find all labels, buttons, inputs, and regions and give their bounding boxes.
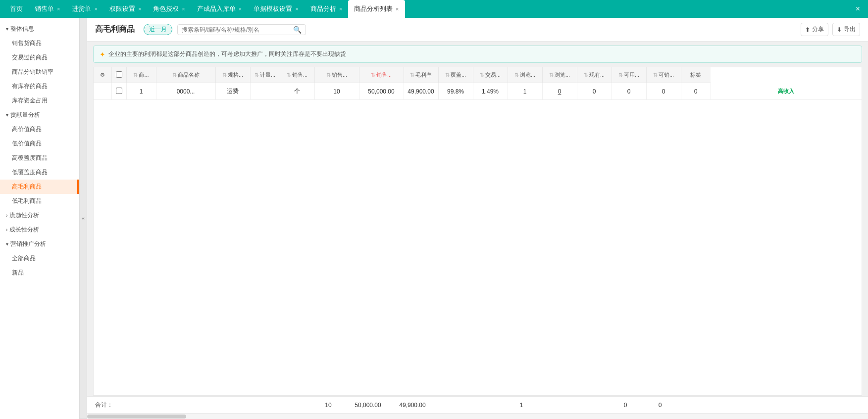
row-unit: 个 — [280, 83, 314, 100]
content-area: 高毛利商品 近一月 🔍 ⬆ 分享 ⬇ 导出 ✦ 企业的主要的利润都是这部分商品创… — [87, 18, 868, 419]
sidebar-item-traded-goods[interactable]: 交易过的商品 — [0, 50, 79, 65]
sidebar-group-growth[interactable]: › 成长性分析 — [0, 223, 79, 237]
export-icon: ⬇ — [837, 26, 842, 33]
sidebar-item-low-coverage[interactable]: 低覆盖度商品 — [0, 165, 79, 180]
nav-sales[interactable]: 销售单 × — [29, 0, 66, 18]
row-sales-amt: 50,000.00 — [359, 83, 404, 100]
close-product-inbound-tab[interactable]: × — [239, 6, 242, 12]
search-icon[interactable]: 🔍 — [293, 26, 302, 34]
row-sku: 0000... — [156, 83, 215, 100]
saleable-column-header[interactable]: ⇅可销... — [646, 67, 681, 83]
sidebar-group-marketing[interactable]: ▾ 营销推广分析 — [0, 237, 79, 251]
scrollbar-thumb[interactable] — [87, 415, 186, 419]
close-template-tab[interactable]: × — [295, 6, 298, 12]
content-header: 高毛利商品 近一月 🔍 ⬆ 分享 ⬇ 导出 — [87, 18, 868, 42]
horizontal-scrollbar[interactable] — [87, 413, 868, 419]
row-browse1[interactable]: 0 — [542, 83, 577, 100]
sidebar-item-distribution-rate[interactable]: 商品分销助销率 — [0, 65, 79, 79]
row-current-stock: 0 — [612, 83, 646, 100]
collapse-trend-icon: › — [6, 213, 7, 218]
nav-product-analysis-list[interactable]: 商品分析列表 × — [348, 0, 405, 18]
close-analysis-tab[interactable]: × — [339, 6, 342, 12]
footer-cells: 10 50,000.00 49,900.00 1 0 0 — [125, 402, 860, 409]
sidebar-item-low-margin[interactable]: 低毛利商品 — [0, 194, 79, 208]
sales-profit-column-header[interactable]: ⇅销售... — [359, 67, 404, 83]
nav-template-settings[interactable]: 单据模板设置 × — [248, 0, 304, 18]
browse2-column-header[interactable]: ⇅浏览... — [542, 67, 577, 83]
sidebar-group-overall[interactable]: ▾ 整体信息 — [0, 22, 79, 36]
footer-spacer3 — [157, 402, 187, 409]
checkbox-column-header[interactable] — [111, 67, 126, 83]
close-sales-tab[interactable]: × — [57, 6, 60, 12]
coverage-column-header[interactable]: ⇅覆盖... — [438, 67, 473, 83]
footer-spacer10 — [573, 402, 608, 409]
footer-sales-amt: 50,000.00 — [346, 402, 390, 409]
spec-column-header[interactable]: ⇅规格... — [215, 67, 250, 83]
close-roles-tab[interactable]: × — [182, 6, 185, 12]
sales-qty-column-header[interactable]: ⇅销售... — [280, 67, 314, 83]
close-purchase-tab[interactable]: × — [94, 6, 97, 12]
browse1-column-header[interactable]: ⇅浏览... — [508, 67, 542, 83]
sidebar-item-low-value[interactable]: 低价值商品 — [0, 137, 79, 151]
close-all-tabs[interactable]: × — [852, 4, 864, 13]
sidebar-item-high-value[interactable]: 高价值商品 — [0, 122, 79, 137]
share-button[interactable]: ⬆ 分享 — [801, 23, 828, 36]
sidebar-item-in-stock-goods[interactable]: 有库存的商品 — [0, 79, 79, 93]
margin-rate-column-header[interactable]: ⇅毛利率 — [404, 67, 438, 83]
nav-purchase[interactable]: 进货单 × — [66, 0, 103, 18]
search-input[interactable] — [182, 26, 293, 33]
footer-sales-profit: 49,900.00 — [390, 402, 435, 409]
collapse-contribution-icon: ▾ — [6, 112, 8, 118]
select-all-checkbox[interactable] — [116, 71, 122, 78]
row-tag: 高收入 — [711, 83, 862, 100]
sidebar-item-high-margin[interactable]: 高毛利商品 — [0, 180, 79, 194]
current-stock-column-header[interactable]: ⇅现有... — [577, 67, 612, 83]
footer-spacer8 — [469, 402, 504, 409]
row-checkbox[interactable] — [111, 83, 126, 100]
row-saleable: 0 — [681, 83, 711, 100]
row-name: 运费 — [215, 83, 250, 100]
sidebar-group-trend[interactable]: › 流趋性分析 — [0, 208, 79, 223]
period-button[interactable]: 近一月 — [144, 24, 172, 35]
footer-spacer6 — [281, 402, 311, 409]
row-select-checkbox[interactable] — [116, 88, 122, 94]
available-stock-column-header[interactable]: ⇅可用... — [612, 67, 646, 83]
sales-amt-column-header[interactable]: ⇅销售... — [314, 67, 359, 83]
data-table: ⚙ ⇅商... ⇅商品名称 ⇅规格... ⇅计量... ⇅销售... ⇅销售..… — [94, 67, 862, 100]
row-coverage: 1.49% — [473, 83, 508, 100]
nav-roles[interactable]: 角色授权 × — [147, 0, 191, 18]
row-available-stock: 0 — [646, 83, 681, 100]
transaction-column-header[interactable]: ⇅交易... — [473, 67, 508, 83]
sidebar: ▾ 整体信息 销售货商品 交易过的商品 商品分销助销率 有库存的商品 库存资金占… — [0, 18, 79, 419]
sidebar-item-sales-goods[interactable]: 销售货商品 — [0, 36, 79, 50]
sidebar-item-new-goods[interactable]: 新品 — [0, 266, 79, 280]
table-header-row: ⚙ ⇅商... ⇅商品名称 ⇅规格... ⇅计量... ⇅销售... ⇅销售..… — [94, 67, 862, 83]
name-column-header[interactable]: ⇅商品名称 — [156, 67, 215, 83]
sidebar-item-high-coverage[interactable]: 高覆盖度商品 — [0, 151, 79, 165]
nav-home[interactable]: 首页 — [4, 0, 29, 18]
export-label: 导出 — [844, 25, 856, 34]
sku-column-header[interactable]: ⇅商... — [126, 67, 156, 83]
sidebar-item-all-goods[interactable]: 全部商品 — [0, 251, 79, 266]
nav-permissions[interactable]: 权限设置 × — [103, 0, 147, 18]
nav-product-analysis[interactable]: 商品分析 × — [305, 0, 348, 18]
footer-spacer5 — [247, 402, 281, 409]
footer-available-stock: 0 — [643, 402, 677, 409]
row-browse2: 0 — [577, 83, 612, 100]
nav-product-inbound[interactable]: 产成品入库单 × — [191, 0, 248, 18]
sidebar-group-contribution[interactable]: ▾ 贡献量分析 — [0, 108, 79, 122]
row-sales-qty: 10 — [314, 83, 359, 100]
close-permissions-tab[interactable]: × — [138, 6, 141, 12]
sidebar-group-contribution-label: 贡献量分析 — [10, 111, 40, 119]
data-table-wrapper: ⚙ ⇅商... ⇅商品名称 ⇅规格... ⇅计量... ⇅销售... ⇅销售..… — [93, 67, 862, 396]
sidebar-collapse-button[interactable]: « — [79, 18, 87, 419]
export-button[interactable]: ⬇ 导出 — [832, 23, 860, 36]
close-analysis-list-tab[interactable]: × — [396, 6, 399, 12]
top-navigation: 首页 销售单 × 进货单 × 权限设置 × 角色授权 × 产成品入库单 × 单据… — [0, 0, 868, 18]
collapse-overall-icon: ▾ — [6, 26, 8, 32]
sidebar-item-stock-capital[interactable]: 库存资金占用 — [0, 93, 79, 108]
row-margin-rate: 99.8% — [438, 83, 473, 100]
settings-column-header[interactable]: ⚙ — [94, 67, 111, 83]
footer-bar: 合计： 10 50,000.00 49,900.00 1 0 0 — [87, 396, 868, 413]
unit-column-header[interactable]: ⇅计量... — [250, 67, 280, 83]
